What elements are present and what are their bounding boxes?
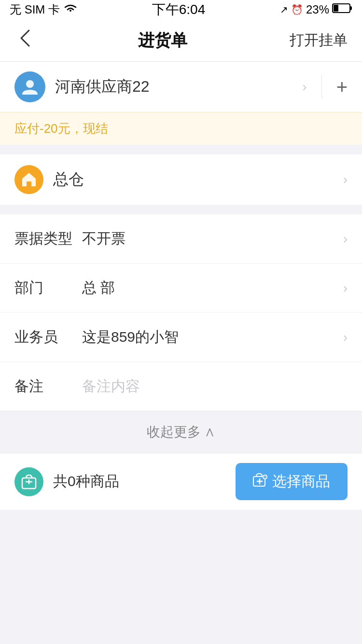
warehouse-icon (14, 165, 43, 194)
wifi-icon (64, 3, 77, 16)
svg-rect-2 (334, 5, 338, 12)
supplier-row[interactable]: 河南供应商22 › + (0, 62, 362, 112)
form-section: 票据类型 不开票 › 部门 总 部 › 业务员 这是859的小智 › 备注 备注… (0, 214, 362, 411)
select-product-button[interactable]: 选择商品 (236, 463, 348, 500)
status-right: ↗ ⏰ 23% (280, 3, 352, 16)
remark-input[interactable]: 备注内容 (82, 377, 348, 396)
department-chevron-icon: › (343, 280, 348, 296)
location-icon: ↗ (280, 4, 288, 15)
page-title: 进货单 (138, 29, 187, 52)
salesperson-value: 这是859的小智 (82, 327, 343, 347)
warehouse-row[interactable]: 总仓 › (0, 154, 362, 205)
product-count-icon (14, 467, 43, 496)
collapse-row[interactable]: 收起更多 ∧ (0, 411, 362, 453)
invoice-type-row[interactable]: 票据类型 不开票 › (0, 214, 362, 264)
department-value: 总 部 (82, 278, 343, 298)
alarm-icon: ⏰ (291, 4, 303, 15)
invoice-type-chevron-icon: › (343, 231, 348, 247)
battery-icon (332, 3, 352, 16)
supplier-divider (321, 75, 322, 99)
battery-label: 23% (306, 3, 329, 16)
carrier-label: 无 SIM 卡 (10, 2, 60, 17)
nav-bar: 进货单 打开挂单 (0, 19, 362, 62)
open-pending-button[interactable]: 打开挂单 (290, 30, 348, 50)
product-count-text: 共0种商品 (53, 472, 236, 491)
supplier-avatar (14, 71, 45, 102)
warehouse-name: 总仓 (53, 169, 343, 190)
invoice-type-label: 票据类型 (14, 229, 82, 249)
select-product-icon (253, 473, 267, 490)
bottom-bar: 共0种商品 选择商品 (0, 453, 362, 510)
status-left: 无 SIM 卡 (10, 2, 77, 17)
supplier-notice: 应付-20元，现结 (0, 112, 362, 145)
remark-label: 备注 (14, 377, 82, 396)
svg-rect-1 (350, 6, 352, 10)
warehouse-chevron-icon: › (343, 172, 348, 187)
supplier-section: 河南供应商22 › + 应付-20元，现结 (0, 62, 362, 145)
salesperson-chevron-icon: › (343, 330, 348, 345)
department-label: 部门 (14, 278, 82, 298)
add-supplier-button[interactable]: + (336, 76, 348, 98)
svg-point-3 (26, 80, 34, 88)
collapse-label: 收起更多 ∧ (147, 424, 216, 439)
salesperson-label: 业务员 (14, 327, 82, 347)
supplier-name: 河南供应商22 (55, 76, 302, 98)
invoice-type-value: 不开票 (82, 229, 343, 249)
status-bar: 无 SIM 卡 下午6:04 ↗ ⏰ 23% (0, 0, 362, 19)
back-button[interactable] (14, 24, 36, 57)
department-row[interactable]: 部门 总 部 › (0, 264, 362, 313)
svg-rect-4 (27, 182, 31, 186)
supplier-chevron-icon: › (302, 79, 306, 95)
content-area: 河南供应商22 › + 应付-20元，现结 总仓 › 票据类型 不开票 › (0, 62, 362, 644)
salesperson-row[interactable]: 业务员 这是859的小智 › (0, 313, 362, 362)
gray-area (0, 510, 362, 644)
select-product-label: 选择商品 (272, 472, 330, 491)
status-time: 下午6:04 (152, 0, 206, 19)
remark-row[interactable]: 备注 备注内容 (0, 362, 362, 411)
